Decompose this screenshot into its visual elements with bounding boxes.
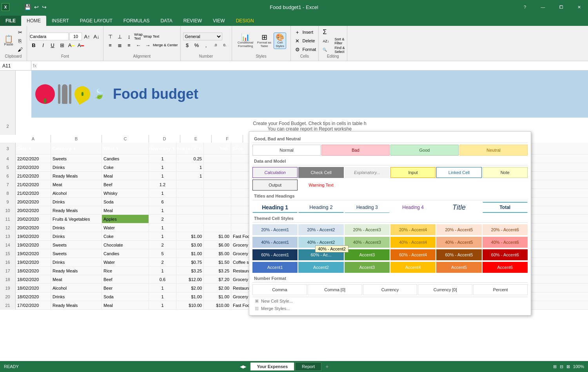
currency-icon[interactable]: $ <box>183 41 192 49</box>
close-icon[interactable]: ✕ <box>570 0 588 14</box>
cell-total-18[interactable]: $7.20 <box>204 275 231 283</box>
cell-price-16[interactable]: $0.75 <box>176 258 204 266</box>
format-label[interactable]: Format <box>303 47 316 52</box>
style-accent60-1[interactable]: 60% - Accent1 <box>252 249 298 260</box>
cell-how-14[interactable]: 2 <box>149 241 176 249</box>
cell-price-17[interactable]: $3.25 <box>176 267 204 275</box>
cell-price-8[interactable] <box>176 189 204 197</box>
tab-data[interactable]: DATA <box>155 16 178 26</box>
view-layout-icon[interactable]: ⊟ <box>560 364 563 369</box>
cell-price-9[interactable] <box>176 198 204 206</box>
style-accent6[interactable]: Accent6 <box>483 262 528 273</box>
new-cell-style-item[interactable]: ▣ New Cell Style... <box>252 297 528 305</box>
cell-how-8[interactable]: 1 <box>149 189 176 197</box>
wrap-text-button[interactable]: Wrap Text <box>134 33 143 40</box>
cell-total-7[interactable] <box>204 180 231 189</box>
style-accent60-3[interactable]: Accent3 <box>345 249 390 260</box>
font-name-input[interactable] <box>29 33 69 40</box>
cell-price-7[interactable] <box>176 180 204 189</box>
style-neutral[interactable]: Neutral <box>459 145 528 156</box>
dec-decrease-icon[interactable]: .0 <box>211 41 220 49</box>
cell-cat-17[interactable]: Ready Meals <box>51 267 102 275</box>
cell-cat-4[interactable]: Sweets <box>51 154 102 163</box>
style-accent40-6[interactable]: 40% - Accent6 <box>483 237 528 248</box>
cell-date-8[interactable]: 21/02/2020 <box>16 189 51 197</box>
cell-what-5[interactable]: Coke <box>102 163 149 171</box>
cell-total-17[interactable]: $3.25 <box>204 267 231 275</box>
indent-dec-icon[interactable]: ← <box>134 41 143 49</box>
format-painter-button[interactable]: 🖌 <box>16 45 24 53</box>
delete-icon[interactable]: ✕ <box>293 37 302 45</box>
autosum-button[interactable]: Σ <box>321 28 334 36</box>
style-accent4[interactable]: Accent4 <box>390 262 436 273</box>
cell-how-12[interactable]: 1 <box>149 223 176 232</box>
cell-cat-5[interactable]: Drinks <box>51 163 102 171</box>
style-accent20-6[interactable]: 20% - Accent6 <box>483 224 528 235</box>
align-bottom-icon[interactable]: ↨ <box>125 33 133 40</box>
style-accent40-1[interactable]: 40% - Accent1 <box>252 237 298 248</box>
cell-styles-dropdown[interactable]: Good, Bad and Neutral Normal Bad Good Ne… <box>249 131 531 316</box>
cell-what-15[interactable]: Candies <box>102 249 149 258</box>
cell-how-17[interactable]: 1 <box>149 267 176 275</box>
style-accent60-4[interactable]: 60% - Accent4 <box>390 249 436 260</box>
cell-how-18[interactable]: 0.6 <box>149 275 176 283</box>
cell-date-18[interactable]: 18/02/2020 <box>16 275 51 283</box>
style-comma[interactable]: Comma <box>252 284 307 295</box>
tab-home[interactable]: HOME <box>21 16 46 26</box>
cell-date-16[interactable]: 19/02/2020 <box>16 258 51 266</box>
cell-date-14[interactable]: 19/02/2020 <box>16 241 51 249</box>
style-normal[interactable]: Normal <box>252 145 321 156</box>
style-accent3[interactable]: Accent3 <box>345 262 390 273</box>
align-middle-icon[interactable]: ⊥ <box>115 33 124 40</box>
cell-what-21[interactable]: Meal <box>102 301 149 309</box>
tab-file[interactable]: FILE <box>0 16 21 26</box>
cell-cat-16[interactable]: Drinks <box>51 258 102 266</box>
style-accent40-5[interactable]: 40% - Accent5 <box>436 237 481 248</box>
cell-date-7[interactable]: 21/02/2020 <box>16 180 51 189</box>
cell-what-14[interactable]: Chocolate <box>102 241 149 249</box>
cell-what-17[interactable]: Rice <box>102 267 149 275</box>
indent-inc-icon[interactable]: → <box>143 41 152 49</box>
cell-price-12[interactable] <box>176 223 204 232</box>
help-icon[interactable]: ? <box>516 0 534 14</box>
style-accent2[interactable]: Accent2 <box>298 262 343 273</box>
cell-how-5[interactable]: 1 <box>149 163 176 171</box>
cell-what-11[interactable]: Apples <box>102 215 149 223</box>
sheet-tab-report[interactable]: Report <box>295 362 321 371</box>
add-sheet-button[interactable]: + <box>322 362 332 371</box>
cell-how-9[interactable]: 6 <box>149 198 176 206</box>
cell-price-5[interactable]: 1 <box>176 163 204 171</box>
insert-icon[interactable]: + <box>293 28 302 36</box>
copy-button[interactable]: ⎘ <box>16 37 24 45</box>
cell-price-10[interactable] <box>176 206 204 214</box>
style-total[interactable]: Total <box>483 202 528 213</box>
style-heading2[interactable]: Heading 2 <box>298 202 343 213</box>
cell-price-13[interactable]: $1.00 <box>176 232 204 240</box>
cell-cat-11[interactable]: Fruits & Vegetables <box>51 215 102 223</box>
cell-total-6[interactable] <box>204 172 231 180</box>
cell-what-13[interactable]: Coke <box>102 232 149 240</box>
cell-what-7[interactable]: Beef <box>102 180 149 189</box>
style-linked[interactable]: Linked Cell <box>436 167 481 178</box>
cell-cat-8[interactable]: Alcohol <box>51 189 102 197</box>
cell-total-12[interactable] <box>204 223 231 232</box>
cell-what-9[interactable]: Soda <box>102 198 149 206</box>
cell-price-20[interactable]: $1.00 <box>176 292 204 301</box>
underline-button[interactable]: U <box>48 41 57 49</box>
number-format-select[interactable]: General <box>183 33 222 40</box>
cell-cat-9[interactable]: Drinks <box>51 198 102 206</box>
cell-what-10[interactable]: Meal <box>102 206 149 214</box>
cell-what-20[interactable]: Soda <box>102 292 149 301</box>
style-currency0[interactable]: Currency [0] <box>418 284 472 295</box>
bold-button[interactable]: B <box>29 41 38 49</box>
cell-cat-10[interactable]: Ready Meals <box>51 206 102 214</box>
tab-review[interactable]: REVIEW <box>178 16 207 26</box>
cell-date-20[interactable]: 18/02/2020 <box>16 292 51 301</box>
cell-price-6[interactable]: 1 <box>176 172 204 180</box>
cell-what-12[interactable]: Water <box>102 223 149 232</box>
style-accent1[interactable]: Accent1 <box>252 262 298 273</box>
cell-how-13[interactable]: 1 <box>149 232 176 240</box>
cell-how-21[interactable]: 1 <box>149 301 176 309</box>
style-good[interactable]: Good <box>390 145 459 156</box>
cell-how-19[interactable]: 1 <box>149 284 176 292</box>
